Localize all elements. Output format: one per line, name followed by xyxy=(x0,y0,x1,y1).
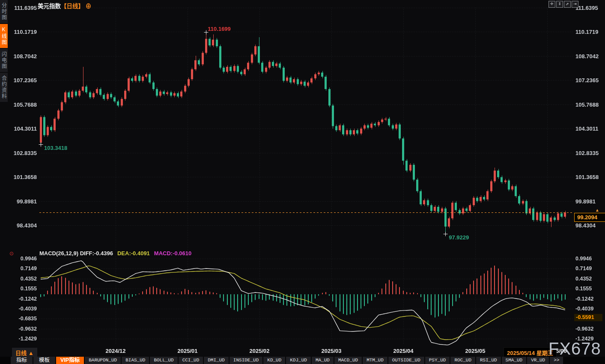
macd-params: MACD(26,12,9) DIFF:-0.4396 xyxy=(39,250,113,257)
toolbar-item-SMA_UD[interactable]: SMA_UD xyxy=(502,357,527,364)
price-axis-tick: 99.8981 xyxy=(575,198,605,204)
auto-scale-icon[interactable]: ⇗ xyxy=(564,1,571,8)
macd-axis-tick: 0.1555 xyxy=(6,286,37,292)
sidebar-item-合约资料[interactable]: 合约资料 xyxy=(0,73,8,102)
toolbar-item-模板[interactable]: 模板 xyxy=(33,357,55,364)
price-axis-tick: 99.8981 xyxy=(6,198,37,204)
time-axis-label: 2025/01 xyxy=(168,348,207,354)
price-axis-tick: 107.2365 xyxy=(575,77,605,84)
time-axis-label: 2025/02 xyxy=(240,348,279,354)
time-axis-label: 2025/03 xyxy=(312,348,351,354)
toolbar-item-VIP指标[interactable]: VIP指标 xyxy=(56,357,84,364)
macd-axis-tick: 0.4352 xyxy=(6,276,37,282)
price-axis-tick: 111.6395 xyxy=(6,5,37,11)
price-axis-tick: 111.6395 xyxy=(575,5,605,11)
chart-canvas[interactable] xyxy=(0,0,605,364)
toolbar-item-MACD_UD[interactable]: MACD_UD xyxy=(334,357,362,364)
app-window: 分时图K线图闪电图合约资料 美元指数【日线】 ⊕ ✛⇕⇗⇥ 111.639511… xyxy=(0,0,605,364)
toolbar-item-VR_UD[interactable]: VR_UD xyxy=(527,357,549,364)
macd-header: MACD(26,12,9) DIFF:-0.4396DEA:-0.4091MAC… xyxy=(39,250,191,257)
price-axis-tick: 107.2365 xyxy=(6,77,37,84)
macd-axis-tick: -0.9632 xyxy=(6,326,37,332)
toolbar-item-OUTSIDE_UD[interactable]: OUTSIDE_UD xyxy=(388,357,424,364)
macd-axis-tick: -0.9632 xyxy=(575,326,605,332)
add-indicator-icon[interactable]: ⊕ xyxy=(86,3,92,9)
extreme-annotation: 97.9229 xyxy=(449,234,469,241)
macd-macd-value: MACD:-0.0610 xyxy=(154,250,191,257)
window-toolbar: ✛⇕⇗⇥ xyxy=(548,1,578,8)
price-axis-tick: 98.4304 xyxy=(575,222,605,229)
period-tag[interactable]: 【日线】 xyxy=(61,3,84,9)
jump-to-latest-icon[interactable]: ⇥ xyxy=(572,1,578,8)
price-axis-tick: 110.1719 xyxy=(6,29,37,35)
macd-settings-icon[interactable]: ⊙ xyxy=(9,251,14,257)
price-axis-tick: 105.7688 xyxy=(6,101,37,107)
toolbar-item-BOLL_UD[interactable]: BOLL_UD xyxy=(150,357,177,364)
price-axis-tick: 104.3011 xyxy=(6,125,37,132)
macd-axis-tick: 0.7149 xyxy=(575,266,605,272)
axis-scale-icon[interactable]: ⇕ xyxy=(556,1,563,8)
price-axis-tick: 105.7688 xyxy=(575,101,605,107)
toolbar-item-BIAS_UD[interactable]: BIAS_UD xyxy=(122,357,149,364)
chart-title: 美元指数【日线】 ⊕ xyxy=(38,1,91,10)
sidebar: 分时图K线图闪电图合约资料 xyxy=(0,0,8,364)
price-axis-tick: 108.7042 xyxy=(6,53,37,59)
sidebar-item-闪电图[interactable]: 闪电图 xyxy=(0,49,8,72)
macd-axis-tick: -1.2429 xyxy=(6,336,37,342)
price-axis-tick: 110.1719 xyxy=(575,29,605,35)
macd-axis-tick: 0.9946 xyxy=(575,256,605,262)
toolbar-item-BARUPDN_UD[interactable]: BARUPDN_UD xyxy=(85,357,121,364)
toolbar-item-PSY_UD[interactable]: PSY_UD xyxy=(425,357,450,364)
toolbar-item-KDJ_UD[interactable]: KDJ_UD xyxy=(286,357,311,364)
macd-axis-tick: 0.7149 xyxy=(6,266,37,272)
price-axis-tick: 104.3011 xyxy=(575,125,605,132)
macd-crosshair-value-label: -0.5591 xyxy=(574,314,602,321)
macd-axis-tick: -0.1242 xyxy=(575,296,605,302)
time-axis-label: 2025/04 xyxy=(384,348,423,354)
price-axis-tick: 101.3658 xyxy=(575,174,605,180)
toolbar-item-指标[interactable]: 指标 xyxy=(11,357,33,364)
symbol-name: 美元指数 xyxy=(38,3,61,9)
extreme-annotation: 110.1699 xyxy=(208,26,231,32)
toolbar-item-MA_UD[interactable]: MA_UD xyxy=(312,357,334,364)
indicator-toolbar: 指标模板VIP指标BARUPDN_UDBIAS_UDBOLL_UDCCI_UDD… xyxy=(0,357,605,364)
macd-axis-tick: -0.4039 xyxy=(575,306,605,312)
toolbar-item->>[interactable]: >> xyxy=(550,357,563,364)
macd-axis-tick: -0.6835 xyxy=(6,316,37,322)
price-axis-tick: 102.8335 xyxy=(6,149,37,156)
price-axis-tick: 101.3658 xyxy=(6,174,37,180)
macd-axis-tick: -0.1242 xyxy=(6,296,37,302)
pan-tool-icon[interactable]: ✛ xyxy=(548,1,555,8)
macd-dea-value: DEA:-0.4091 xyxy=(117,250,150,257)
price-axis-tick: 108.7042 xyxy=(575,53,605,59)
extreme-annotation: 103.3418 xyxy=(44,145,67,151)
price-marker-arrow-icon: ▲ xyxy=(595,208,599,212)
sidebar-item-K线图[interactable]: K线图 xyxy=(0,24,8,48)
toolbar-item-DMI_UD[interactable]: DMI_UD xyxy=(204,357,229,364)
current-price-label: 99.2094 xyxy=(574,213,605,222)
toolbar-item-RSI_UD[interactable]: RSI_UD xyxy=(476,357,501,364)
macd-axis-tick: 0.4352 xyxy=(575,276,605,282)
price-axis-tick: 102.8335 xyxy=(575,149,605,156)
toolbar-item-KD_UD[interactable]: KD_UD xyxy=(263,357,285,364)
macd-axis-tick: -0.4039 xyxy=(6,306,37,312)
toolbar-item-ROC_UD[interactable]: ROC_UD xyxy=(450,357,475,364)
period-selector[interactable]: 日线 ▲ xyxy=(12,348,37,358)
macd-axis-tick: -1.2429 xyxy=(575,336,605,342)
toolbar-item-CCI_UD[interactable]: CCI_UD xyxy=(179,357,203,364)
price-axis-tick: 98.4304 xyxy=(6,222,37,229)
time-axis-label: 2025/05 xyxy=(456,348,495,354)
macd-axis-tick: 0.1555 xyxy=(575,286,605,292)
macd-axis-tick: 0.9946 xyxy=(6,256,37,262)
toolbar-item-MTM_UD[interactable]: MTM_UD xyxy=(363,357,387,364)
time-axis-label: 2024/12 xyxy=(96,348,135,354)
sidebar-item-分时图[interactable]: 分时图 xyxy=(0,0,8,23)
toolbar-item-INSIDE_UD[interactable]: INSIDE_UD xyxy=(229,357,262,364)
